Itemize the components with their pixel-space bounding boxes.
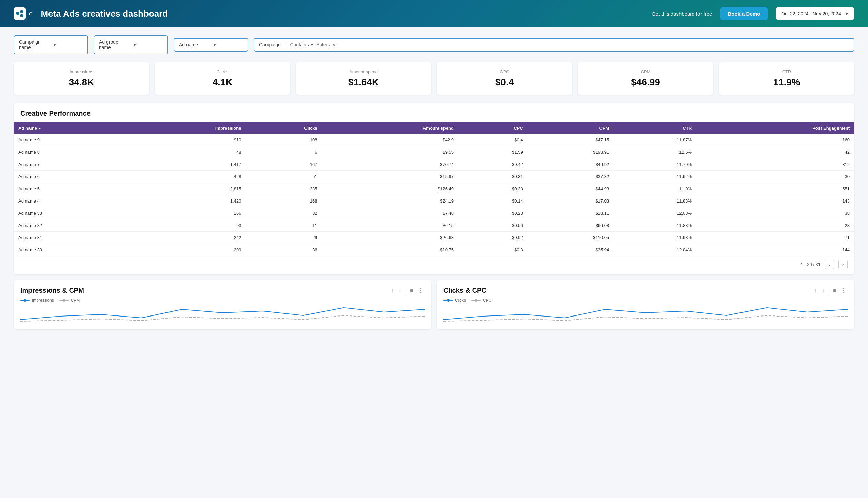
table-cell-cpm: $198.91 [528, 146, 614, 158]
chart-up-button[interactable]: ↑ [390, 287, 395, 294]
table-cell-clicks: 11 [246, 220, 322, 232]
table-cell-post-engagement: 71 [696, 232, 854, 244]
logo-icon [14, 8, 26, 20]
page-header: C Meta Ads creatives dashboard Get this … [0, 0, 868, 27]
col-header-post-engagement[interactable]: Post Engagement [696, 122, 854, 134]
legend-item-cpc: CPC [471, 298, 491, 303]
col-header-amount-spend[interactable]: Amount spend [322, 122, 458, 134]
metric-label: Clicks [163, 69, 282, 74]
table-cell-cpc: $0.31 [458, 171, 528, 183]
col-header-cpc[interactable]: CPC [458, 122, 528, 134]
date-range-value: Oct 22, 2024 - Nov 20, 2024 [781, 11, 841, 16]
table-row: Ad name 52,815335$126.49$0.38$44.9311.9%… [14, 183, 854, 195]
table-cell-cpc: $0.56 [458, 220, 528, 232]
col-header-ad-name[interactable]: Ad name ▼ [14, 122, 126, 134]
metric-value: 4.1K [163, 77, 282, 88]
col-header-cpm[interactable]: CPM [528, 122, 614, 134]
table-cell-cpm: $35.94 [528, 244, 614, 256]
col-header-clicks[interactable]: Clicks [246, 122, 322, 134]
table-cell-cpc: $0.42 [458, 158, 528, 171]
logo: C [14, 8, 32, 20]
ad-name-filter[interactable]: Ad name ▼ [174, 38, 248, 52]
legend-label: Clicks [455, 298, 466, 303]
table-cell-clicks: 168 [246, 195, 322, 207]
metric-card-impressions: Impressions 34.8K [14, 62, 149, 95]
table-cell-ad-name: Ad name 5 [14, 183, 126, 195]
table-cell-amount-spend: $6.15 [322, 220, 458, 232]
table-cell-ctr: 12.5% [614, 146, 696, 158]
table-cell-ad-name: Ad name 33 [14, 207, 126, 220]
metric-label: CPM [586, 69, 705, 74]
prev-page-button[interactable]: ‹ [825, 260, 834, 269]
chart-down-button[interactable]: ↓ [820, 287, 826, 294]
chart-header: Impressions & CPM ↑ ↓ ≡ ⋮ [21, 287, 425, 294]
creative-performance-table: Ad name ▼ImpressionsClicksAmount spendCP… [14, 122, 854, 256]
campaign-name-arrow-icon: ▼ [52, 42, 83, 48]
metric-value: $46.99 [586, 77, 705, 88]
table-row: Ad name 3124229$26.63$0.92$110.0511.98%7… [14, 232, 854, 244]
chart-svg [443, 303, 847, 323]
ad-group-name-filter[interactable]: Ad group name ▼ [94, 35, 168, 54]
table-cell-amount-spend: $24.19 [322, 195, 458, 207]
metric-card-ctr: CTR 11.9% [719, 62, 854, 95]
search-filter-type[interactable]: Contains ▼ [290, 42, 313, 48]
metric-label: CTR [727, 69, 846, 74]
page-title: Meta Ads creatives dashboard [41, 9, 168, 19]
book-demo-button[interactable]: Book a Demo [720, 8, 767, 20]
chart-more-button[interactable]: ⋮ [416, 287, 425, 294]
metric-value: 34.8K [22, 77, 141, 88]
chart-legend: Impressions CPM [21, 298, 425, 303]
table-cell-cpc: $0.23 [458, 207, 528, 220]
chart-filter-button[interactable]: ≡ [832, 287, 838, 294]
chart-more-button[interactable]: ⋮ [840, 287, 847, 294]
table-cell-cpc: $0.38 [458, 183, 528, 195]
next-page-button[interactable]: › [838, 260, 847, 269]
chart-card-0: Impressions & CPM ↑ ↓ ≡ ⋮ Impressions CP… [14, 280, 431, 329]
table-cell-ad-name: Ad name 32 [14, 220, 126, 232]
logo-text: C [29, 11, 32, 16]
campaign-name-label: Campaign name [19, 39, 50, 50]
chart-down-button[interactable]: ↓ [397, 287, 403, 294]
table-cell-cpc: $0.3 [458, 244, 528, 256]
campaign-name-filter[interactable]: Campaign name ▼ [14, 35, 88, 54]
table-cell-amount-spend: $26.63 [322, 232, 458, 244]
table-cell-amount-spend: $15.97 [322, 171, 458, 183]
creative-performance-title: Creative Performance [14, 109, 854, 122]
chart-filter-button[interactable]: ≡ [409, 287, 414, 294]
table-cell-impressions: 299 [126, 244, 246, 256]
table-cell-impressions: 266 [126, 207, 246, 220]
table-cell-ad-name: Ad name 4 [14, 195, 126, 207]
table-cell-ctr: 11.9% [614, 183, 696, 195]
table-cell-impressions: 428 [126, 171, 246, 183]
legend-line-icon [443, 300, 453, 301]
search-filter-type-arrow-icon: ▼ [310, 43, 313, 47]
legend-item-impressions: Impressions [21, 298, 54, 303]
chart-header: Clicks & CPC ↑ ↓ ≡ ⋮ [443, 287, 847, 294]
table-cell-post-engagement: 551 [696, 183, 854, 195]
col-header-ctr[interactable]: CTR [614, 122, 696, 134]
date-range-selector[interactable]: Oct 22, 2024 - Nov 20, 2024 ▼ [776, 8, 854, 20]
creative-performance-section: Creative Performance Ad name ▼Impression… [14, 103, 854, 274]
chart-controls-separator [405, 288, 406, 294]
table-cell-ctr: 11.83% [614, 195, 696, 207]
table-cell-cpc: $0.92 [458, 232, 528, 244]
table-cell-amount-spend: $9.55 [322, 146, 458, 158]
table-cell-ad-name: Ad name 8 [14, 146, 126, 158]
col-header-impressions[interactable]: Impressions [126, 122, 246, 134]
table-cell-ctr: 11.98% [614, 232, 696, 244]
metric-label: Amount spend [304, 69, 423, 74]
table-cell-ctr: 12.04% [614, 244, 696, 256]
metrics-row: Impressions 34.8K Clicks 4.1K Amount spe… [0, 60, 868, 100]
search-filter-input[interactable] [316, 42, 849, 48]
chart-up-button[interactable]: ↑ [813, 287, 818, 294]
table-cell-ctr: 12.03% [614, 207, 696, 220]
table-cell-amount-spend: $42.9 [322, 134, 458, 146]
table-cell-cpc: $1.59 [458, 146, 528, 158]
table-cell-clicks: 51 [246, 171, 322, 183]
table-cell-post-engagement: 38 [696, 207, 854, 220]
get-dashboard-link[interactable]: Get this dashboard for free [652, 11, 712, 17]
legend-label: CPC [483, 298, 491, 303]
table-cell-post-engagement: 30 [696, 171, 854, 183]
filters-row: Campaign name ▼ Ad group name ▼ Ad name … [0, 27, 868, 60]
table-cell-cpm: $49.92 [528, 158, 614, 171]
